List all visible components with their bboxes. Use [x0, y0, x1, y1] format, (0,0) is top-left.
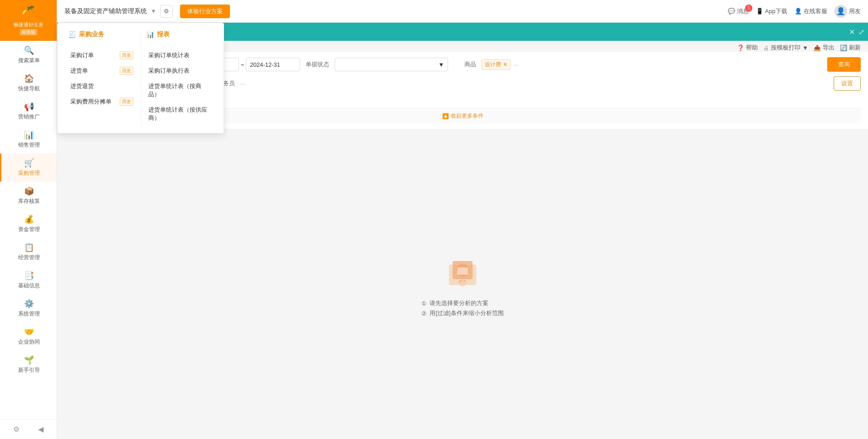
dropdown-item-purchase-expense[interactable]: 采购费用分摊单 历史 — [68, 94, 135, 109]
dropdown-item-inbound-stat-goods[interactable]: 进货单统计表（按商品） — [146, 79, 213, 102]
service-icon: 👤 — [795, 8, 802, 15]
inventory-icon: 📦 — [24, 186, 34, 196]
dropdown-item-purchase-order-stat[interactable]: 采购订单统计表 — [146, 48, 213, 63]
help-btn[interactable]: ❓ 帮助 — [737, 44, 758, 52]
logo-name: 畅捷通好生意 — [14, 21, 44, 28]
message-icon: 💬 — [728, 8, 735, 15]
sidebar-item-guide[interactable]: 🌱 新手引导 — [0, 350, 57, 379]
basic-info-icon: 📑 — [24, 271, 34, 281]
message-badge: 5 — [745, 5, 752, 12]
sidebar-item-label: 营销推广 — [18, 113, 40, 121]
topbar-right: 💬 消息 5 📱 App下载 👤 在线客服 👤 用友 — [728, 5, 861, 18]
sidebar-settings-btn[interactable]: ⚙ — [13, 425, 20, 434]
query-btn[interactable]: 查询 — [827, 57, 861, 72]
sidebar-item-operation[interactable]: 📋 经营管理 — [0, 238, 57, 266]
marketing-icon: 📢 — [24, 102, 34, 112]
industry-btn[interactable]: 体验行业方案 — [180, 5, 230, 18]
goods-label: 商品 — [454, 60, 476, 69]
settings-btn[interactable]: 设置 — [834, 76, 861, 91]
tab-close-all-btn[interactable]: ✕ — [849, 28, 855, 36]
empty-hints: ① 请先选择要分析的方案 ② 用[过滤]条件来缩小分析范围 — [421, 299, 503, 317]
export-icon: 📤 — [814, 44, 821, 51]
dropdown-purchase-col: 🧾 采购业务 采购订单 历史 进货单 历史 进货退货 采购费用分摊单 历史 — [65, 30, 139, 126]
date-end-input[interactable]: 2024-12-31 — [246, 58, 300, 71]
status-select[interactable]: ▼ — [335, 58, 448, 71]
hist-badge: 历史 — [120, 98, 133, 106]
svg-rect-3 — [457, 267, 468, 275]
topbar-settings-btn[interactable]: ⚙ — [160, 5, 173, 18]
dropdown-item-label: 进货单 — [70, 67, 88, 75]
capital-icon: 💰 — [24, 214, 34, 224]
dropdown-item-inbound-stat-supplier[interactable]: 进货单统计表（按供应商） — [146, 102, 213, 126]
user-btn[interactable]: 👤 用友 — [834, 5, 861, 18]
report-header-label: 报表 — [157, 30, 170, 39]
sidebar-item-quick-nav[interactable]: 🏠 快捷导航 — [0, 69, 57, 97]
export-btn[interactable]: 📤 导出 — [814, 44, 834, 52]
sidebar-item-purchase[interactable]: 🛒 采购管理 — [0, 153, 57, 182]
collapse-text: 收起更多条件 — [451, 112, 483, 120]
dropdown-report-header: 📊 报表 — [146, 30, 213, 42]
goods-tag-close[interactable]: ✕ — [503, 61, 507, 68]
sidebar-item-capital[interactable]: 💰 资金管理 — [0, 210, 57, 238]
dropdown-item-label: 进货单统计表（按供应商） — [148, 106, 211, 122]
home-icon: 🏠 — [24, 74, 34, 84]
dropdown-purchase-header: 🧾 采购业务 — [68, 30, 135, 42]
dropdown-item-label: 进货单统计表（按商品） — [148, 82, 211, 99]
print-label: 按模板打印 — [771, 44, 800, 52]
tabbar-actions: ✕ ⤢ — [845, 23, 868, 41]
operation-icon: 📋 — [24, 242, 34, 252]
print-btn[interactable]: 🖨 按模板打印 ▼ — [763, 44, 808, 52]
user-avatar: 👤 — [834, 5, 847, 18]
sidebar-item-sales[interactable]: 📊 销售管理 — [0, 125, 57, 153]
dropdown-item-label: 采购费用分摊单 — [70, 98, 112, 106]
goods-more-btn[interactable]: ··· — [513, 61, 518, 68]
dropdown-item-inbound-return[interactable]: 进货退货 — [68, 79, 135, 94]
app-download-label: App下载 — [765, 7, 787, 15]
salesman-filter-area: ··· — [240, 80, 245, 87]
online-service-btn[interactable]: 👤 在线客服 — [795, 7, 827, 15]
sidebar-collapse-btn[interactable]: ◀ — [38, 425, 44, 434]
sidebar-logo: 🍊 畅捷通好生意 标准版 — [0, 0, 57, 41]
status-label: 单据状态 — [306, 60, 329, 69]
dropdown-divider — [141, 30, 141, 126]
topbar: 装备及固定资产辅助管理系统 ▼ ⚙ 体验行业方案 💬 消息 5 📱 App下载 … — [57, 0, 868, 23]
sidebar-item-inventory[interactable]: 📦 库存核算 — [0, 182, 57, 210]
refresh-icon: 🔄 — [840, 44, 847, 51]
sidebar-nav: 🔍 搜索菜单 🏠 快捷导航 📢 营销推广 📊 销售管理 🛒 采购管理 📦 — [0, 41, 57, 419]
dropdown-item-purchase-order[interactable]: 采购订单 历史 — [68, 48, 135, 63]
sidebar-item-system[interactable]: ⚙️ 系统管理 — [0, 294, 57, 322]
hint-text-2: 用[过滤]条件来缩小分析范围 — [429, 309, 503, 317]
refresh-btn[interactable]: 🔄 刷新 — [840, 44, 861, 52]
topbar-arrow-icon: ▼ — [151, 8, 156, 15]
sidebar-item-basic-info[interactable]: 📑 基础信息 — [0, 266, 57, 294]
messages-btn[interactable]: 💬 消息 5 — [728, 7, 749, 15]
dropdown-item-purchase-order-exec[interactable]: 采购订单执行表 — [146, 63, 213, 79]
guide-icon: 🌱 — [24, 355, 34, 365]
sidebar-item-label: 资金管理 — [18, 226, 40, 233]
sidebar-item-search[interactable]: 🔍 搜索菜单 — [0, 41, 57, 69]
sidebar-item-label: 新手引导 — [18, 366, 40, 374]
salesman-more-btn[interactable]: ··· — [240, 80, 245, 87]
phone-icon: 📱 — [756, 8, 763, 15]
app-download-btn[interactable]: 📱 App下载 — [756, 7, 787, 15]
sidebar-item-enterprise[interactable]: 🤝 企业协同 — [0, 322, 57, 350]
settings-btn-area: 设置 — [834, 76, 861, 91]
dropdown-item-inbound[interactable]: 进货单 历史 — [68, 63, 135, 79]
status-dropdown-icon: ▼ — [438, 61, 444, 68]
sidebar-item-label: 基础信息 — [18, 282, 40, 290]
dropdown-item-label: 采购订单执行表 — [148, 67, 190, 75]
sidebar-item-label: 库存核算 — [18, 197, 40, 205]
empty-illustration — [440, 251, 485, 292]
export-label: 导出 — [823, 44, 834, 52]
sidebar-item-marketing[interactable]: 📢 营销推广 — [0, 97, 57, 125]
sales-icon: 📊 — [24, 130, 34, 140]
hist-badge: 历史 — [120, 67, 133, 75]
tab-fullscreen-btn[interactable]: ⤢ — [858, 28, 864, 36]
refresh-label: 刷新 — [849, 44, 861, 52]
help-icon: ❓ — [737, 44, 744, 51]
dropdown-item-label: 采购订单统计表 — [148, 51, 190, 59]
dropdown-report-col: 📊 报表 采购订单统计表 采购订单执行表 进货单统计表（按商品） 进货单统计表（… — [143, 30, 217, 126]
sidebar-item-label: 系统管理 — [18, 310, 40, 318]
dropdown-menu: 🧾 采购业务 采购订单 历史 进货单 历史 进货退货 采购费用分摊单 历史 — [57, 23, 224, 133]
sidebar-item-label: 销售管理 — [18, 141, 40, 149]
